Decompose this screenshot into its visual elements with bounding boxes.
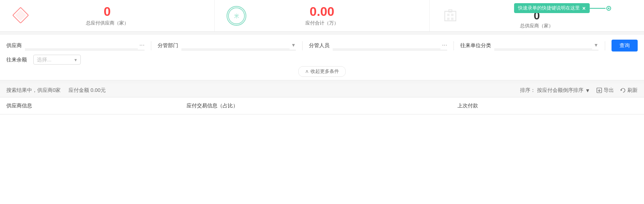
table-col-last-payment: 上次付款: [457, 102, 638, 109]
refresh-icon: [620, 88, 626, 93]
svg-rect-8: [451, 17, 453, 20]
sort-arrow: ▼: [585, 88, 590, 93]
department-filter: 分管部门 ▼: [151, 41, 303, 50]
supplier-label: 供应商: [6, 42, 22, 49]
supplier-dots[interactable]: ···: [139, 42, 145, 49]
unit-category-arrow[interactable]: ▼: [594, 42, 598, 48]
svg-text:米: 米: [234, 13, 239, 19]
top-stats-bar: 0 总应付供应商（家） 米 0.00 应付合计（万） 快速录单的快: [0, 0, 644, 32]
balance-select[interactable]: 选择...: [33, 55, 81, 65]
tooltip-close[interactable]: ×: [582, 5, 585, 11]
sort-label: 排序：: [520, 87, 535, 94]
svg-rect-6: [451, 13, 453, 16]
result-amount: 应付金额 0.00元: [69, 87, 106, 93]
export-icon: [596, 88, 602, 93]
department-input[interactable]: [181, 41, 290, 49]
result-bar: 搜索结果中，供应商0家 应付金额 0.00元 排序： 按应付会额倒序排序 ▼ 导…: [0, 84, 644, 97]
supplier-input[interactable]: [25, 41, 138, 49]
collapse-bar: ∧ 收起更多条件: [6, 66, 638, 77]
filter-row-2: 往来余额 选择...: [6, 55, 638, 65]
refresh-label: 刷新: [627, 87, 638, 94]
balance-select-wrapper[interactable]: 选择...: [33, 55, 81, 65]
tooltip-dot: [607, 7, 610, 10]
collapse-button[interactable]: ∧ 收起更多条件: [298, 66, 345, 77]
balance-label: 往来余额: [6, 56, 27, 63]
sort-value: 按应付会额倒序排序: [537, 87, 583, 94]
search-button[interactable]: 查询: [612, 40, 638, 51]
diamond-icon: [12, 6, 29, 25]
refresh-button[interactable]: 刷新: [620, 87, 638, 94]
circle-icon: 米: [227, 6, 246, 26]
table-body: [0, 114, 644, 204]
payable-suppliers-number: 0: [104, 5, 111, 19]
stat-total-suppliers: 快速录单的快捷键说明在这里 × 0 总供应商（家）: [430, 0, 644, 31]
payable-total-label: 应付合计（万）: [305, 20, 339, 27]
person-dots[interactable]: ···: [442, 42, 447, 49]
sort-button[interactable]: 排序： 按应付会额倒序排序 ▼: [520, 87, 590, 94]
department-label: 分管部门: [158, 42, 178, 49]
svg-rect-4: [445, 11, 456, 21]
table-col-transaction: 应付交易信息（占比）: [187, 102, 457, 109]
payable-total-number: 0.00: [310, 5, 334, 19]
svg-rect-5: [447, 13, 450, 16]
person-label: 分管人员: [309, 42, 330, 49]
result-text-group: 搜索结果中，供应商0家 应付金额 0.00元: [6, 87, 106, 94]
export-label: 导出: [604, 87, 614, 94]
building-icon: [442, 6, 459, 25]
tooltip-text: 快速录单的快捷键说明在这里: [518, 5, 580, 11]
filter-section: 供应商 ··· 分管部门 ▼ 分管人员 ··· 往来单位分类 ▼: [0, 35, 644, 80]
payable-suppliers-label: 总应付供应商（家）: [86, 20, 129, 27]
filter-row-1: 供应商 ··· 分管部门 ▼ 分管人员 ··· 往来单位分类 ▼: [6, 40, 638, 51]
unit-category-input[interactable]: [494, 41, 592, 49]
person-input[interactable]: [333, 41, 440, 49]
table-header: 供应商信息 应付交易信息（占比） 上次付款: [0, 97, 644, 114]
stat-payable-total: 米 0.00 应付合计（万）: [215, 0, 429, 31]
result-actions: 排序： 按应付会额倒序排序 ▼ 导出 刷新: [520, 87, 638, 94]
table-col-supplier: 供应商信息: [6, 102, 187, 109]
svg-rect-7: [447, 17, 450, 20]
unit-category-label: 往来单位分类: [460, 42, 491, 49]
supplier-filter: 供应商 ···: [6, 41, 151, 50]
result-text: 搜索结果中，供应商0家: [6, 87, 61, 93]
tooltip-bubble: 快速录单的快捷键说明在这里 ×: [514, 3, 589, 13]
export-button[interactable]: 导出: [596, 87, 614, 94]
unit-category-filter: 往来单位分类 ▼: [454, 41, 605, 50]
person-filter: 分管人员 ···: [303, 41, 454, 50]
department-arrow[interactable]: ▼: [291, 42, 296, 48]
stat-payable-suppliers: 0 总应付供应商（家）: [0, 0, 215, 31]
total-suppliers-label: 总供应商（家）: [520, 23, 553, 29]
